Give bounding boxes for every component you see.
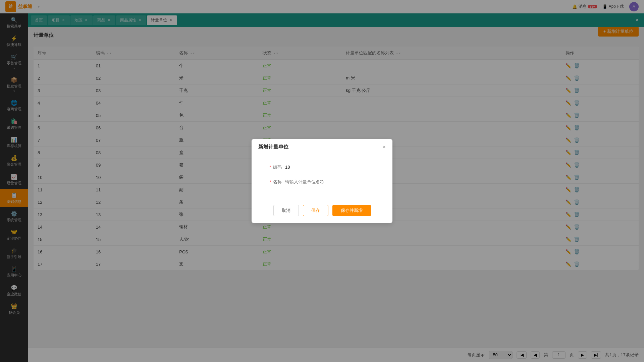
code-label: * 编码 xyxy=(258,164,285,170)
name-required: * xyxy=(269,179,271,184)
dialog-title: 新增计量单位 xyxy=(258,144,288,150)
cancel-button[interactable]: 取消 xyxy=(273,205,299,216)
dialog-header: 新增计量单位 × xyxy=(252,139,392,155)
name-label: * 名称 xyxy=(258,179,285,185)
dialog-body: * 编码 * 名称 xyxy=(252,155,392,201)
save-new-button[interactable]: 保存并新增 xyxy=(332,205,371,216)
form-row-code: * 编码 xyxy=(258,163,386,171)
code-label-text: 编码 xyxy=(273,165,282,170)
code-required: * xyxy=(269,165,271,170)
name-input[interactable] xyxy=(285,178,386,186)
add-unit-dialog: 新增计量单位 × * 编码 * 名称 取消 保存 保存并新增 xyxy=(252,139,392,223)
form-row-name: * 名称 xyxy=(258,178,386,186)
dialog-overlay: 新增计量单位 × * 编码 * 名称 取消 保存 保存并新增 xyxy=(0,0,644,362)
dialog-footer: 取消 保存 保存并新增 xyxy=(252,201,392,223)
dialog-close-btn[interactable]: × xyxy=(383,144,386,150)
code-input[interactable] xyxy=(285,163,386,171)
name-label-text: 名称 xyxy=(273,179,282,184)
save-button[interactable]: 保存 xyxy=(303,205,328,216)
